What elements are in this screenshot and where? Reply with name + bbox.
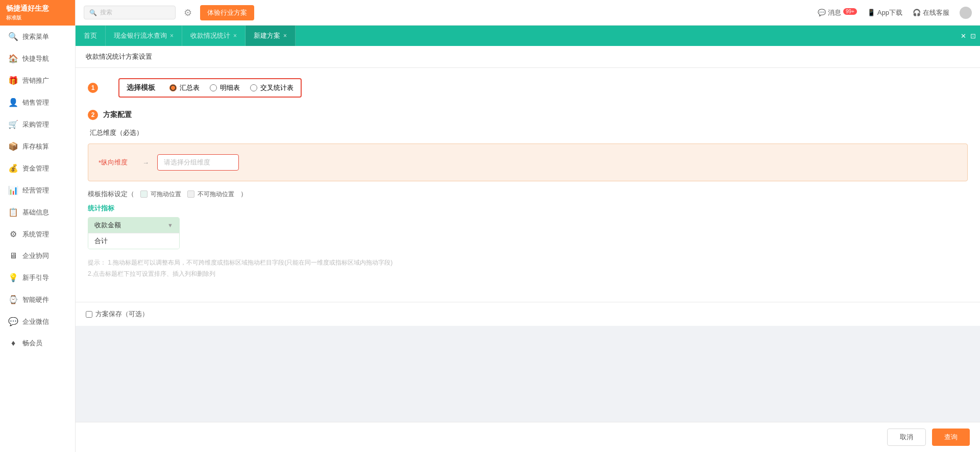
app-download-item[interactable]: 📱 App下载 (867, 8, 902, 17)
sidebar-item-smart-hw[interactable]: ⌚智能硬件 (0, 289, 75, 311)
app-icon: 📱 (867, 9, 875, 16)
sidebar-item-operation[interactable]: 📊经营管理 (0, 179, 75, 201)
sidebar-item-basic-info[interactable]: 📋基础信息 (0, 201, 75, 223)
sidebar-item-corp-coop[interactable]: 🖥企业协同 (0, 245, 75, 267)
online-service-item[interactable]: 🎧 在线客服 (913, 8, 949, 17)
app-download-label: App下载 (877, 8, 902, 17)
sidebar-icon-purchase: 🛒 (8, 120, 18, 129)
sidebar-icon-inventory: 📦 (8, 141, 18, 151)
sidebar-icon-basic-info: 📋 (8, 207, 18, 217)
dimension-area: 纵向维度 → 请选择分组维度 (88, 144, 968, 181)
search-bar[interactable]: 🔍 搜索 (84, 6, 176, 19)
step2-badge: 2 (88, 110, 98, 120)
maximize-icon[interactable]: ⊡ (970, 32, 976, 40)
radio-summary-input[interactable] (169, 84, 177, 91)
sidebar-label-basic-info: 基础信息 (22, 208, 49, 217)
sidebar-label-corp-wechat: 企业微信 (22, 317, 49, 326)
sidebar-item-marketing[interactable]: 🎁营销推广 (0, 69, 75, 91)
sidebar-label-corp-coop: 企业协同 (22, 251, 49, 260)
sidebar-item-member[interactable]: ♦畅会员 (0, 332, 75, 354)
radio-cross[interactable]: 交叉统计表 (250, 83, 293, 92)
step2-section: 2 方案配置 汇总维度（必选） 纵向维度 → 请选择分组维度 (88, 110, 968, 279)
sidebar-item-purchase[interactable]: 🛒采购管理 (0, 113, 75, 135)
sidebar-item-finance[interactable]: 💰资金管理 (0, 157, 75, 179)
sidebar-item-quick-nav[interactable]: 🏠快捷导航 (0, 47, 75, 69)
sidebar-icon-corp-wechat: 💬 (8, 317, 18, 326)
radio-summary[interactable]: 汇总表 (169, 83, 200, 92)
radio-summary-label: 汇总表 (180, 83, 200, 92)
tab-home[interactable]: 首页 (76, 26, 106, 46)
stat-table-header[interactable]: 收款金额 ▼ (88, 218, 179, 233)
tab-close-new-plan[interactable]: × (283, 32, 287, 39)
sidebar-icon-operation: 📊 (8, 185, 18, 195)
radio-detail[interactable]: 明细表 (210, 83, 240, 92)
tab-close-receipt-stats[interactable]: × (233, 32, 237, 39)
sidebar-item-system[interactable]: ⚙系统管理 (0, 223, 75, 245)
sidebar-label-operation: 经营管理 (22, 186, 49, 195)
dim-select-box[interactable]: 请选择分组维度 (157, 154, 239, 171)
sidebar-icon-finance: 💰 (8, 163, 18, 173)
toggle-draggable-label: 可拖动位置 (151, 190, 181, 199)
sidebar-icon-sales: 👤 (8, 98, 18, 107)
sidebar-item-sales[interactable]: 👤销售管理 (0, 91, 75, 113)
user-icon (960, 7, 972, 19)
user-avatar[interactable] (960, 7, 972, 19)
tab-bar-right: ✕ ⊡ (961, 32, 980, 40)
hint1: 提示： 1.拖动标题栏可以调整布局，不可跨维度或指标区域拖动栏目字段(只能在同一… (88, 257, 968, 269)
step1-label: 选择模板 (127, 83, 155, 92)
close-window-icon[interactable]: ✕ (961, 32, 966, 40)
sidebar-logo-sub: 标准版 (6, 14, 49, 21)
toggle-undraggable-box (187, 191, 194, 198)
tab-new-plan[interactable]: 新建方案 × (246, 26, 296, 46)
industry-btn[interactable]: 体验行业方案 (200, 5, 254, 20)
sidebar-label-sales: 销售管理 (22, 98, 49, 107)
toggle-undraggable: 不可拖动位置 (187, 190, 234, 199)
query-button[interactable]: 查询 (932, 429, 970, 446)
step2-header: 2 方案配置 (88, 110, 968, 120)
form-area: 1 选择模板 汇总表 明细表 交叉统计表 (76, 68, 980, 302)
stat-table-header-label: 收款金额 (94, 221, 121, 230)
cancel-button[interactable]: 取消 (887, 429, 926, 446)
search-icon: 🔍 (89, 9, 97, 16)
sidebar-item-newbie[interactable]: 💡新手引导 (0, 267, 75, 289)
tab-bar: 首页现金银行流水查询 ×收款情况统计 ×新建方案 × ✕ ⊡ (76, 26, 980, 46)
radio-detail-input[interactable] (210, 84, 217, 91)
sidebar-icon-corp-coop: 🖥 (8, 251, 18, 260)
indicators-header-text: 模板指标设定（ (88, 189, 134, 199)
hint2-text: 2.点击标题栏下拉可设置排序、插入列和删除列 (88, 270, 215, 277)
tab-label-cash-flow: 现金银行流水查询 (114, 31, 167, 40)
bottom-section: 方案保存（可选） (76, 302, 980, 326)
tab-label-new-plan: 新建方案 (254, 31, 280, 40)
sidebar-label-purchase: 采购管理 (22, 120, 49, 129)
toggle-draggable: 可拖动位置 (140, 190, 181, 199)
sidebar-label-marketing: 营销推广 (22, 76, 49, 85)
dimension-section-label: 汇总维度（必选） (88, 128, 968, 137)
tab-close-cash-flow[interactable]: × (170, 32, 174, 39)
sidebar-logo-name: 畅捷通好生意 (6, 4, 49, 13)
tab-receipt-stats[interactable]: 收款情况统计 × (182, 26, 246, 46)
tab-cash-flow[interactable]: 现金银行流水查询 × (106, 26, 182, 46)
sidebar-label-newbie: 新手引导 (22, 273, 49, 282)
stat-section-label: 统计指标 (88, 204, 968, 213)
sidebar-item-inventory[interactable]: 📦库存核算 (0, 135, 75, 157)
top-bar: 🔍 搜索 ⚙ 体验行业方案 💬 消息 99+ 📱 App下载 🎧 在线客服 (76, 0, 980, 26)
sidebar-item-search-menu[interactable]: 🔍搜索菜单 (0, 26, 75, 47)
indicators-header-suffix: ） (240, 189, 247, 199)
save-plan-input[interactable] (86, 311, 92, 318)
settings-icon[interactable]: ⚙ (184, 7, 192, 18)
sidebar-icon-member: ♦ (8, 339, 18, 348)
online-service-label: 在线客服 (923, 8, 949, 17)
sidebar-item-corp-wechat[interactable]: 💬企业微信 (0, 311, 75, 332)
sidebar: 畅捷通好生意 标准版 🔍搜索菜单🏠快捷导航🎁营销推广👤销售管理🛒采购管理📦库存核… (0, 0, 76, 452)
sidebar-icon-smart-hw: ⌚ (8, 295, 18, 304)
sidebar-icon-marketing: 🎁 (8, 76, 18, 85)
messages-item[interactable]: 💬 消息 99+ (818, 8, 857, 17)
radio-cross-input[interactable] (250, 84, 257, 91)
sidebar-logo: 畅捷通好生意 标准版 (0, 0, 75, 26)
sidebar-icon-search-menu: 🔍 (8, 32, 18, 41)
indicators-header: 模板指标设定（ 可拖动位置 不可拖动位置 ） (88, 189, 968, 199)
save-plan-checkbox[interactable]: 方案保存（可选） (86, 310, 149, 319)
sidebar-label-finance: 资金管理 (22, 164, 49, 173)
message-badge: 99+ (843, 8, 857, 15)
sidebar-icon-quick-nav: 🏠 (8, 54, 18, 63)
